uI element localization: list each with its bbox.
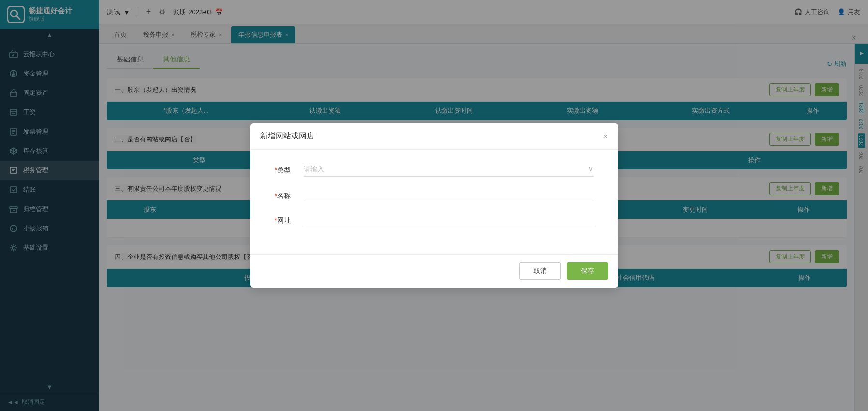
modal-title: 新增网站或网店 [260,131,314,141]
type-dropdown-icon[interactable]: ∨ [588,164,594,173]
form-group-url: *网址 [275,215,594,226]
modal-footer: 取消 保存 [250,254,618,288]
label-text-name: 名称 [277,192,291,199]
modal-overlay[interactable]: 新增网站或网店 × *类型 ∨ *名称 [0,0,868,411]
url-input-wrapper [304,215,594,226]
modal-body: *类型 ∨ *名称 *网址 [250,150,618,254]
modal-header: 新增网站或网店 × [250,123,618,150]
save-button[interactable]: 保存 [567,262,608,280]
url-input[interactable] [304,215,594,223]
cancel-button[interactable]: 取消 [519,262,561,280]
form-group-name: *名称 [275,190,594,201]
modal-close-button[interactable]: × [603,132,608,141]
form-label-url: *网址 [275,216,304,225]
modal-add-website: 新增网站或网店 × *类型 ∨ *名称 [250,123,618,288]
label-text-type: 类型 [277,166,291,174]
name-input[interactable] [304,190,594,198]
label-text-url: 网址 [277,216,291,224]
form-label-name: *名称 [275,192,304,200]
type-input[interactable] [304,165,588,173]
form-group-type: *类型 ∨ [275,164,594,177]
form-label-type: *类型 [275,166,304,175]
name-input-wrapper [304,190,594,201]
type-input-wrapper: ∨ [304,164,594,177]
